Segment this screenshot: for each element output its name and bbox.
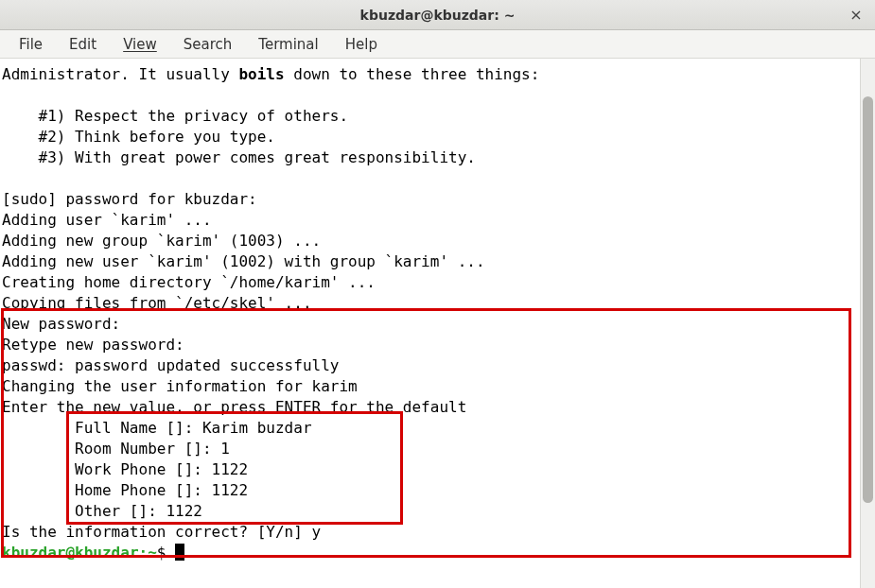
prompt-user: kbuzdar [2,544,65,562]
prompt-symbol: $ [157,544,166,562]
cursor-icon [175,544,184,561]
menu-search[interactable]: Search [172,32,244,57]
terminal-output[interactable]: Administrator. It usually boils down to … [0,59,860,588]
terminal-line: Changing the user information for karim [2,377,358,395]
menubar: File Edit View Search Terminal Help [0,30,875,59]
window-title: kbuzdar@kbuzdar: ~ [360,8,516,23]
terminal-prompt: kbuzdar@kbuzdar:~$ [2,544,184,562]
terminal-line: #1) Respect the privacy of others. [2,107,348,125]
terminal-line: Administrator. It usually boils down to … [2,65,539,83]
scrollbar-thumb[interactable] [863,96,873,503]
terminal-line: Copying files from `/etc/skel' ... [2,294,312,312]
terminal-wrapper: Administrator. It usually boils down to … [0,59,875,588]
terminal-line: Retype new password: [2,336,184,354]
prompt-colon: : [139,544,149,562]
prompt-path: ~ [148,544,157,562]
close-icon[interactable]: × [847,6,866,25]
terminal-line: Other []: 1122 [2,502,202,520]
terminal-line: Creating home directory `/home/karim' ..… [2,273,376,291]
terminal-line: #2) Think before you type. [2,128,275,146]
titlebar: kbuzdar@kbuzdar: ~ × [0,0,875,30]
terminal-line: Home Phone []: 1122 [2,481,248,499]
prompt-host: kbuzdar [75,544,138,562]
menu-terminal[interactable]: Terminal [247,32,329,57]
terminal-line: Is the information correct? [Y/n] y [2,523,321,541]
menu-view[interactable]: View [112,32,168,57]
terminal-line: New password: [2,315,120,333]
terminal-line: Room Number []: 1 [2,440,230,458]
terminal-line: Full Name []: Karim buzdar [2,419,312,437]
terminal-line: #3) With great power comes great respons… [2,148,476,166]
terminal-line: Adding new user `karim' (1002) with grou… [2,252,485,270]
terminal-line: Work Phone []: 1122 [2,460,248,478]
terminal-line: [sudo] password for kbuzdar: [2,190,257,208]
terminal-line: Adding new group `karim' (1003) ... [2,232,321,250]
scrollbar[interactable] [860,59,875,588]
menu-file[interactable]: File [8,32,54,57]
menu-help[interactable]: Help [334,32,389,57]
menu-edit[interactable]: Edit [58,32,108,57]
terminal-line: Enter the new value, or press ENTER for … [2,398,466,416]
terminal-line: passwd: password updated successfully [2,356,339,374]
terminal-line: Adding user `karim' ... [2,211,212,229]
prompt-at: @ [65,544,75,562]
